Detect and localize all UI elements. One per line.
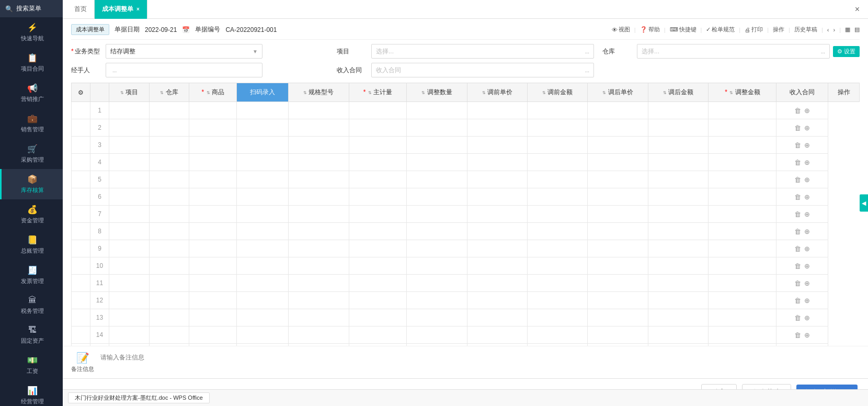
data-cell[interactable] [648, 223, 708, 240]
data-cell[interactable] [349, 188, 407, 206]
data-cell[interactable] [149, 309, 189, 326]
right-edge-tab[interactable]: ◀ [860, 195, 868, 212]
data-cell[interactable] [289, 257, 349, 275]
delete-icon[interactable]: 🗑 [794, 107, 801, 115]
data-cell[interactable] [349, 154, 407, 171]
delete-icon[interactable]: 🗑 [794, 228, 801, 235]
delete-icon[interactable]: 🗑 [794, 279, 801, 287]
col-header-post-unit-price[interactable]: ⇅ 调后单价 [588, 83, 648, 102]
data-cell[interactable] [528, 309, 588, 326]
settings-button[interactable]: ⚙ 设置 [833, 46, 860, 57]
data-cell[interactable] [189, 188, 237, 206]
row-settings-cell[interactable] [72, 223, 90, 240]
col-header-warehouse[interactable]: ⇅ 仓库 [149, 83, 189, 102]
data-cell[interactable] [528, 188, 588, 206]
data-cell[interactable] [349, 119, 407, 137]
data-cell[interactable] [189, 257, 237, 275]
data-cell[interactable] [588, 171, 648, 188]
data-cell[interactable] [349, 171, 407, 188]
data-cell[interactable] [289, 171, 349, 188]
copy-icon[interactable]: ⊕ [804, 262, 810, 270]
col-header-pre-unit-price[interactable]: ⇅ 调前单价 [467, 83, 527, 102]
row-settings-cell[interactable] [72, 171, 90, 188]
data-cell[interactable] [407, 206, 467, 223]
data-cell[interactable] [289, 188, 349, 206]
sidebar-item-sales-mgmt[interactable]: 💼 销售管理 [0, 108, 63, 139]
data-cell[interactable] [237, 326, 289, 344]
data-cell[interactable] [407, 102, 467, 119]
data-cell[interactable] [349, 326, 407, 344]
data-cell[interactable] [709, 102, 776, 119]
data-cell[interactable] [349, 257, 407, 275]
sidebar-item-invoice-mgmt[interactable]: 🧾 发票管理 [0, 260, 63, 290]
delete-icon[interactable]: 🗑 [794, 210, 801, 218]
copy-icon[interactable]: ⊕ [804, 124, 810, 132]
data-cell[interactable] [528, 240, 588, 257]
data-cell[interactable] [289, 292, 349, 309]
data-cell[interactable] [709, 275, 776, 292]
delete-icon[interactable]: 🗑 [794, 245, 801, 253]
data-cell[interactable] [289, 326, 349, 344]
row-settings-cell[interactable] [72, 292, 90, 309]
print-btn[interactable]: 🖨 打印 [745, 26, 763, 33]
data-cell[interactable] [237, 257, 289, 275]
data-cell[interactable] [189, 137, 237, 154]
col-header-scan-input[interactable]: 扫码录入 [237, 83, 289, 102]
data-cell[interactable] [528, 326, 588, 344]
data-cell[interactable] [289, 309, 349, 326]
col-header-product[interactable]: ⇅ 商品 [189, 83, 237, 102]
data-cell[interactable] [149, 292, 189, 309]
copy-icon[interactable]: ⊕ [804, 159, 810, 166]
col-header-income-contract[interactable]: 收入合同 [776, 83, 828, 102]
data-cell[interactable] [149, 257, 189, 275]
data-cell[interactable] [407, 240, 467, 257]
copy-icon[interactable]: ⊕ [804, 141, 810, 149]
data-cell[interactable] [709, 257, 776, 275]
col-header-spec-type[interactable]: ⇅ 规格型号 [289, 83, 349, 102]
data-cell[interactable] [149, 119, 189, 137]
data-cell[interactable] [709, 292, 776, 309]
shortcut-btn[interactable]: ⌨ 快捷键 [670, 26, 696, 33]
data-cell[interactable] [528, 257, 588, 275]
data-cell[interactable] [109, 257, 150, 275]
data-cell[interactable] [349, 309, 407, 326]
data-cell[interactable] [109, 240, 150, 257]
copy-icon[interactable]: ⊕ [804, 331, 810, 339]
data-cell[interactable] [467, 119, 527, 137]
data-cell[interactable] [648, 154, 708, 171]
data-cell[interactable] [109, 119, 150, 137]
row-settings-cell[interactable] [72, 188, 90, 206]
sidebar-item-tax-mgmt[interactable]: 🏛 税务管理 [0, 290, 63, 320]
data-cell[interactable] [289, 206, 349, 223]
copy-icon[interactable]: ⊕ [804, 245, 810, 253]
data-cell[interactable] [588, 102, 648, 119]
data-cell[interactable] [407, 257, 467, 275]
data-cell[interactable] [349, 223, 407, 240]
delete-icon[interactable]: 🗑 [794, 141, 801, 149]
data-cell[interactable] [189, 309, 237, 326]
data-cell[interactable] [349, 102, 407, 119]
data-cell[interactable] [149, 206, 189, 223]
delete-icon[interactable]: 🗑 [794, 159, 801, 166]
data-cell[interactable] [289, 137, 349, 154]
data-cell[interactable] [149, 137, 189, 154]
data-cell[interactable] [528, 206, 588, 223]
data-cell[interactable] [588, 257, 648, 275]
delete-icon[interactable]: 🗑 [794, 176, 801, 184]
view-btn[interactable]: 👁 视图 [612, 26, 630, 33]
data-cell[interactable] [648, 292, 708, 309]
row-settings-cell[interactable] [72, 137, 90, 154]
data-cell[interactable] [588, 154, 648, 171]
data-cell[interactable] [528, 137, 588, 154]
handler-input[interactable]: ... [106, 63, 262, 77]
copy-icon[interactable]: ⊕ [804, 314, 810, 322]
row-settings-cell[interactable] [72, 206, 90, 223]
data-cell[interactable] [109, 275, 150, 292]
data-cell[interactable] [349, 137, 407, 154]
data-cell[interactable] [467, 292, 527, 309]
data-cell[interactable] [528, 292, 588, 309]
data-cell[interactable] [407, 188, 467, 206]
data-cell[interactable] [237, 206, 289, 223]
data-cell[interactable] [109, 188, 150, 206]
data-cell[interactable] [528, 275, 588, 292]
